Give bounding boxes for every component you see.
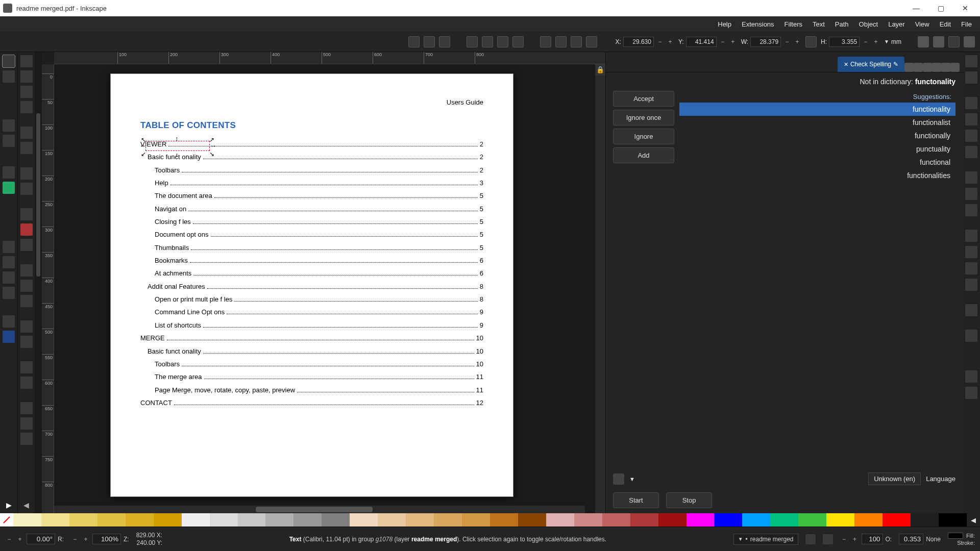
lock-ratio-icon[interactable] — [805, 36, 817, 47]
menu-object[interactable]: Object — [855, 18, 883, 30]
lower-bottom-icon[interactable] — [586, 36, 597, 47]
lower-icon[interactable] — [571, 36, 582, 47]
snap-11-icon[interactable] — [965, 246, 977, 258]
layer-lock-icon[interactable] — [805, 534, 816, 544]
unlink-icon[interactable] — [20, 295, 33, 307]
menu-extensions[interactable]: Extensions — [738, 18, 778, 30]
palette-swatch[interactable] — [13, 513, 41, 527]
selmode-2-icon[interactable] — [933, 36, 944, 47]
tab-icon-2[interactable] — [904, 63, 914, 72]
selector-tool-icon[interactable] — [3, 55, 15, 67]
rect-tool-icon[interactable] — [3, 119, 15, 132]
group-icon[interactable] — [20, 320, 33, 333]
palette-swatch[interactable] — [658, 513, 687, 527]
star-tool-icon[interactable] — [3, 166, 15, 179]
y-input[interactable] — [686, 37, 717, 47]
spiral-tool-icon[interactable] — [3, 182, 15, 194]
accept-button[interactable]: Accept — [613, 91, 674, 107]
palette-swatch[interactable] — [154, 513, 182, 527]
paste-icon[interactable] — [20, 183, 33, 195]
palette-swatch[interactable] — [406, 513, 434, 527]
palette-swatch[interactable] — [69, 513, 97, 527]
h-input[interactable] — [829, 37, 860, 47]
op-inc[interactable]: + — [851, 536, 859, 543]
dropper-tool-icon[interactable] — [3, 331, 15, 343]
suggestion-item[interactable]: functionalist — [679, 116, 955, 129]
w-dec[interactable]: − — [783, 38, 791, 45]
print-icon[interactable] — [20, 101, 33, 113]
x-dec[interactable]: − — [656, 38, 664, 45]
rot-inc[interactable]: + — [16, 536, 24, 543]
palette-swatch[interactable] — [630, 513, 658, 527]
ellipse-tool-icon[interactable] — [3, 135, 15, 147]
menu-view[interactable]: View — [911, 18, 934, 30]
layer-visible-icon[interactable] — [823, 534, 833, 544]
tab-icon-3[interactable] — [914, 63, 923, 72]
snap-13-icon[interactable] — [965, 279, 977, 291]
start-button[interactable]: Start — [613, 492, 659, 508]
zoom-page-icon[interactable] — [20, 239, 33, 251]
rotate-cw-icon[interactable] — [482, 36, 493, 47]
palette-swatch[interactable] — [462, 513, 490, 527]
node-tool-icon[interactable] — [3, 70, 15, 83]
snap-15-icon[interactable] — [965, 330, 977, 342]
tab-check-spelling[interactable]: ✕ Check Spelling ✎ — [838, 57, 904, 72]
pencil-tool-icon[interactable] — [3, 241, 15, 253]
x-input[interactable] — [623, 37, 654, 47]
align-icon[interactable] — [20, 417, 33, 430]
opacity-input[interactable] — [862, 534, 883, 544]
suggestion-item[interactable]: punctuality — [679, 142, 955, 156]
doc-icon[interactable] — [408, 36, 420, 47]
raise-top-icon[interactable] — [540, 36, 551, 47]
w-input[interactable] — [750, 37, 781, 47]
palette-menu-icon[interactable]: ◀ — [967, 513, 980, 527]
gradient-tool-icon[interactable] — [3, 315, 15, 328]
palette-swatch[interactable] — [97, 513, 126, 527]
prefs-icon[interactable] — [20, 433, 33, 445]
spell-settings-icon[interactable] — [613, 473, 624, 485]
palette-swatch[interactable] — [126, 513, 154, 527]
palette-swatch[interactable] — [434, 513, 462, 527]
menu-edit[interactable]: Edit — [936, 18, 955, 30]
snap-10-icon[interactable] — [965, 230, 977, 242]
command-collapse-icon[interactable]: ◀ — [23, 501, 29, 513]
palette-swatch[interactable] — [770, 513, 798, 527]
x-inc[interactable]: + — [666, 38, 674, 45]
open-icon[interactable] — [20, 70, 33, 83]
selmode-4-icon[interactable] — [964, 36, 975, 47]
snap-14-icon[interactable] — [965, 304, 977, 316]
minimize-button[interactable]: — — [904, 0, 928, 16]
y-inc[interactable]: + — [729, 38, 737, 45]
palette-swatch[interactable] — [265, 513, 293, 527]
copy-icon[interactable] — [20, 167, 33, 180]
w-inc[interactable]: + — [793, 38, 801, 45]
palette-swatch[interactable] — [546, 513, 574, 527]
redo-icon[interactable] — [20, 142, 33, 154]
palette-swatch[interactable] — [210, 513, 238, 527]
suggestion-item[interactable]: functionally — [679, 129, 955, 142]
palette-swatch[interactable] — [350, 513, 378, 527]
save-icon[interactable] — [20, 86, 33, 98]
menu-path[interactable]: Path — [831, 18, 853, 30]
snap-2-icon[interactable] — [965, 71, 977, 84]
lock-icon[interactable] — [424, 36, 435, 47]
palette-swatch[interactable] — [182, 513, 210, 527]
palette-swatch[interactable] — [826, 513, 854, 527]
canvas-v-scrollbar[interactable]: 🔒 — [595, 64, 605, 513]
selmode-1-icon[interactable] — [918, 36, 929, 47]
snap-9-icon[interactable] — [965, 204, 977, 216]
menu-layer[interactable]: Layer — [884, 18, 909, 30]
palette-expand-icon[interactable]: ▶ — [6, 501, 12, 513]
pen-tool-icon[interactable] — [3, 256, 15, 268]
suggestion-item[interactable]: functional — [679, 156, 955, 169]
palette-swatch[interactable] — [742, 513, 770, 527]
tab-icon-7[interactable] — [950, 63, 960, 72]
palette-swatch[interactable] — [687, 513, 715, 527]
strokew-input[interactable] — [899, 534, 923, 544]
snap-7-icon[interactable] — [965, 171, 977, 184]
tab-icon-6[interactable] — [941, 63, 950, 72]
suggestion-item[interactable]: functionality — [679, 103, 955, 116]
maximize-button[interactable]: ▢ — [929, 0, 952, 16]
palette-swatch[interactable] — [293, 513, 322, 527]
snap-16-icon[interactable] — [965, 370, 977, 383]
